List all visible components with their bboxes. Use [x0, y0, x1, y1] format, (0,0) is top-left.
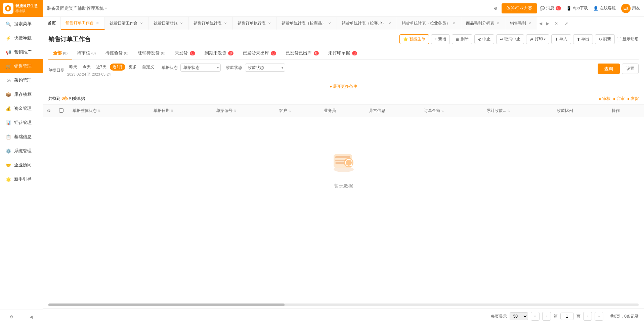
tab-daily-clear[interactable]: 钱货日清工作台 ✕	[105, 17, 149, 30]
tab-close-customer-stats[interactable]: ✕	[387, 21, 392, 26]
export-btn[interactable]: ⬆ 导出	[573, 34, 593, 44]
sidebar-item-search[interactable]: 🔍 搜索菜单	[0, 17, 43, 31]
tab-close-sales-workbench[interactable]: ✕	[95, 21, 100, 25]
sidebar-item-basicinfo[interactable]: 📋 基础信息	[0, 130, 43, 144]
print-btn[interactable]: 🖨 打印 ▾	[526, 34, 549, 44]
tab-close-product-stats[interactable]: ✕	[327, 21, 332, 26]
tab-home[interactable]: 首页	[43, 17, 61, 30]
content-tab-wangpu-pending[interactable]: 旺铺待发货 (0)	[133, 47, 170, 59]
sidebar-item-collab[interactable]: 🤝 企业协同	[0, 158, 43, 172]
tab-product-stats[interactable]: 销货单统计表（按商品） ✕	[277, 17, 337, 30]
tab-sales-exec[interactable]: 销售订单执行表 ✕	[233, 17, 277, 30]
tab-reconcile[interactable]: 钱货日清对账 ✕	[149, 17, 189, 30]
last-page-btn[interactable]: »	[595, 312, 603, 321]
tab-customer-stats[interactable]: 销货单统计表（按客户） ✕	[337, 17, 397, 30]
sidebar-item-marketing[interactable]: 📢 营销推广	[0, 45, 43, 59]
sort-number[interactable]: 单据编号 ⇅	[216, 108, 271, 114]
import-btn[interactable]: ⬇ 导入	[551, 34, 571, 44]
show-detail-checkbox[interactable]	[617, 37, 621, 41]
content-tab-shipped-not-out[interactable]: 已发货未出库 0	[238, 47, 281, 59]
content-tab-shipped-out[interactable]: 已发货已出库 0	[281, 47, 324, 59]
sidebar-settings-btn[interactable]: ⚙	[3, 313, 20, 321]
content-tab-overdue-unshipped[interactable]: 到期未发货 0	[200, 47, 238, 59]
topbar-settings-btn[interactable]: ⚙	[492, 5, 499, 12]
tab-sales-stats[interactable]: 销售订单统计表 ✕	[189, 17, 233, 30]
export-icon: ⬆	[577, 37, 580, 42]
tab-sales-rep-stats[interactable]: 销货单统计表（按业务员） ✕	[397, 17, 461, 30]
show-detail-label[interactable]: 显示明细	[617, 36, 639, 42]
tab-next-btn[interactable]: ▶	[544, 18, 551, 29]
content-tab-all[interactable]: 全部 (0)	[48, 47, 72, 59]
expand-filter-btn[interactable]: ▾ 展开更多条件	[330, 84, 357, 89]
tab-close-all-btn[interactable]: ✕	[551, 18, 561, 29]
date-opt-more[interactable]: 更多	[127, 64, 139, 71]
logo-icon	[3, 3, 13, 14]
sidebar-item-sales[interactable]: 🛒 销售管理	[0, 59, 43, 73]
tab-sales-gross[interactable]: 销售毛利 ✕	[505, 17, 537, 30]
tab-close-gross-analysis[interactable]: ✕	[496, 21, 500, 26]
sidebar-item-purchase[interactable]: 🛍 采购管理	[0, 73, 43, 87]
sort-cumulative[interactable]: 累计收款... ⇅	[487, 108, 549, 114]
sidebar-item-management[interactable]: 📊 经营管理	[0, 116, 43, 130]
date-opt-7days[interactable]: 近7天	[94, 64, 109, 71]
date-opt-custom[interactable]: 自定义	[140, 64, 156, 71]
add-btn[interactable]: + 新增	[431, 34, 450, 44]
stop-btn[interactable]: ⊘ 中止	[474, 34, 494, 44]
tab-prev-btn[interactable]: ◀	[537, 18, 544, 29]
date-opt-today[interactable]: 今天	[81, 64, 93, 71]
sidebar-item-finance[interactable]: 💰 资金管理	[0, 102, 43, 116]
tab-expand-btn[interactable]: ⤢	[561, 18, 571, 29]
sort-date[interactable]: 单据日期 ⇅	[154, 108, 208, 114]
tab-sales-workbench[interactable]: 销售订单工作台 ✕	[61, 17, 105, 30]
refresh-btn[interactable]: ↻ 刷新	[595, 34, 615, 44]
tab-close-sales-stats[interactable]: ✕	[223, 21, 228, 26]
next-page-btn[interactable]: ›	[583, 312, 592, 321]
message-btn[interactable]: 💬 消息 6	[540, 5, 561, 11]
tab-close-sales-gross[interactable]: ✕	[527, 21, 532, 26]
sidebar-item-inventory[interactable]: 📦 库存核算	[0, 87, 43, 102]
date-opt-1month[interactable]: 近1月	[110, 64, 126, 71]
smart-gen-btn[interactable]: ⭐ 智能生单	[399, 34, 429, 44]
system-title[interactable]: 装备及固定资产辅助管理系统 ▾	[47, 5, 490, 11]
user-menu[interactable]: Ea 用友	[621, 4, 640, 13]
tab-close-reconcile[interactable]: ✕	[179, 21, 184, 26]
app-download-btn[interactable]: 📱 App下载	[566, 5, 588, 11]
page-number-input[interactable]	[560, 313, 574, 320]
delete-btn[interactable]: 🗑 删除	[452, 34, 472, 44]
status-select[interactable]: 单据状态	[180, 64, 221, 72]
cancel-audit-btn[interactable]: ● 弃审	[613, 96, 625, 102]
first-page-btn[interactable]: «	[531, 312, 540, 321]
page-size-select[interactable]: 50 10 20 100	[510, 312, 528, 320]
sidebar-item-system[interactable]: ⚙️ 系统管理	[0, 144, 43, 158]
prev-page-btn[interactable]: ‹	[542, 312, 551, 321]
sidebar-collapse-btn[interactable]: ◀	[23, 313, 40, 321]
solution-btn[interactable]: 体验行业方案	[502, 3, 537, 13]
tab-gross-analysis[interactable]: 商品毛利分析表 ✕	[461, 17, 505, 30]
sort-customer[interactable]: 客户 ⇅	[279, 108, 316, 114]
content-tab-pending-check[interactable]: 待拣验货 (0)	[100, 47, 133, 59]
settings-icon[interactable]: ⚙	[47, 109, 51, 113]
tab-close-sales-rep-stats[interactable]: ✕	[452, 21, 456, 26]
query-btn[interactable]: 查询	[598, 64, 620, 74]
page-unit: 页	[576, 314, 581, 319]
ship-icon: ●	[627, 96, 630, 101]
content-tab-not-printed[interactable]: 未打印单据 0	[324, 47, 362, 59]
online-service-btn[interactable]: 👤 在线客服	[593, 5, 616, 11]
hscroll-thumb[interactable]	[48, 303, 285, 306]
hscroll-track[interactable]	[48, 303, 639, 306]
content-tab-pending-audit[interactable]: 待审核 (0)	[72, 47, 100, 59]
cancel-stop-btn[interactable]: ↩ 取消中止	[496, 34, 524, 44]
ship-btn[interactable]: ● 发货	[627, 96, 639, 102]
select-all-checkbox[interactable]	[59, 108, 63, 113]
tab-close-daily-clear[interactable]: ✕	[139, 21, 144, 26]
payment-select[interactable]: 收款状态	[245, 64, 285, 72]
sidebar-item-quicknav[interactable]: ⚡ 快捷导航	[0, 31, 43, 45]
sidebar-item-guide[interactable]: 🌟 新手引导	[0, 172, 43, 186]
audit-btn[interactable]: ● 审核	[599, 96, 610, 102]
filter-settings-btn[interactable]: 设置	[622, 64, 639, 74]
tab-close-sales-exec[interactable]: ✕	[267, 21, 272, 26]
date-opt-yesterday[interactable]: 昨天	[67, 64, 79, 71]
sort-overall-status[interactable]: 单据整体状态 ⇅	[73, 108, 145, 114]
content-tab-unshipped[interactable]: 未发货 0	[170, 47, 200, 59]
sort-amount[interactable]: 订单金额 ⇅	[424, 108, 479, 114]
